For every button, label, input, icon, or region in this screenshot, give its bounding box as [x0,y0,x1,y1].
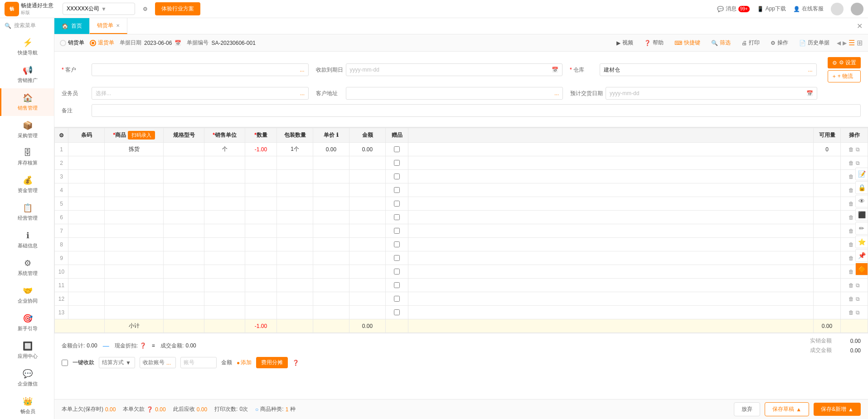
add-payment-button[interactable]: ● 添加 [237,359,252,366]
settlement-method-select[interactable]: 结算方式 ▼ [99,357,135,368]
gift-checkbox-10[interactable] [394,269,400,275]
scan-button[interactable]: 扫码录入 [128,131,155,140]
sidebar-search[interactable]: 🔍 搜索菜单 [0,18,54,33]
delivery-date-input[interactable]: yyyy-mm-dd 📅 [606,87,817,100]
message-button[interactable]: 💬 消息 99+ [717,5,750,13]
tab-sales-order[interactable]: 销货单 ✕ [90,18,127,34]
window-close-button[interactable]: ✕ [851,22,868,30]
delete-icon-3[interactable]: 🗑 [849,173,854,180]
history-btn[interactable]: 📄 历史单据 [795,37,833,48]
gift-checkbox-8[interactable] [394,241,400,247]
float-pin-btn[interactable]: 📌 [855,249,868,262]
settings-gear-icon[interactable]: ⚙ [139,3,151,15]
account-select[interactable]: 收款账号 ... [140,357,176,368]
copy-icon-13[interactable]: ⧉ [856,309,860,316]
delete-icon-2[interactable]: 🗑 [849,160,854,166]
sidebar-item-basics[interactable]: ℹ 基础信息 [0,226,54,254]
tab-home[interactable]: 🏠 首页 [54,18,90,34]
help-btn[interactable]: ❓ 帮助 [640,37,667,48]
shortcut-btn[interactable]: ⌨ 快捷键 [671,37,704,48]
gift-checkbox-5[interactable] [394,201,400,207]
delete-icon-11[interactable]: 🗑 [849,282,854,289]
gift-checkbox-3[interactable] [394,173,400,179]
sidebar-item-quick-nav[interactable]: ⚡ 快捷导航 [0,33,54,61]
float-action-btn[interactable]: 🔶 [855,263,868,275]
gift-checkbox-9[interactable] [394,255,400,261]
account-number-input[interactable]: 账号 [180,357,217,368]
sidebar-item-wechat[interactable]: 💬 企业微信 [0,364,54,392]
col-settings[interactable]: ⚙ [55,128,68,143]
discard-button[interactable]: 放弃 [734,402,760,416]
video-btn[interactable]: ▶ 视频 [613,37,637,48]
filter-btn[interactable]: 🔍 筛选 [708,37,734,48]
settings-button[interactable]: ⚙ ⚙ 设置 [828,57,861,68]
copy-icon-2[interactable]: ⧉ [856,160,860,166]
print-btn[interactable]: 🖨 打印 [738,37,763,48]
radio-invoice[interactable]: 销货单 [60,39,84,47]
warehouse-input[interactable]: 建材仓 ... [600,63,817,76]
expense-question-icon[interactable]: ❓ [292,360,299,366]
customer-addr-input[interactable]: ... [346,87,563,100]
delete-icon-12[interactable]: 🗑 [849,296,854,302]
customer-input[interactable]: ... [92,63,309,76]
operate-btn[interactable]: ⚙ 操作 [767,37,792,48]
copy-icon-1[interactable]: ⧉ [856,146,860,153]
copy-icon-11[interactable]: ⧉ [856,282,860,289]
sidebar-item-member[interactable]: 👑 畅会员 [0,392,54,419]
warehouse-dots[interactable]: ... [808,67,813,73]
delete-icon-10[interactable]: 🗑 [849,269,854,275]
salesperson-input[interactable]: 选择... ... [92,87,309,100]
salesperson-dots[interactable]: ... [300,90,305,96]
minus-icon[interactable]: — [103,342,109,349]
sidebar-item-operations[interactable]: 📋 经营管理 [0,198,54,226]
expense-split-button[interactable]: 费用分摊 [256,357,288,368]
sidebar-item-guide[interactable]: 🎯 新手引导 [0,309,54,337]
sidebar-item-finance[interactable]: 💰 资金管理 [0,171,54,198]
delete-icon-8[interactable]: 🗑 [849,241,854,248]
gift-checkbox-12[interactable] [394,296,400,302]
float-lock-btn[interactable]: 🔒 [855,181,868,194]
notes-input[interactable] [92,104,861,117]
customer-dots[interactable]: ... [300,67,305,73]
sidebar-item-app-center[interactable]: 🔲 应用中心 [0,337,54,364]
company-selector[interactable]: XXXXXX公司 ▼ [63,3,135,15]
sidebar-item-sales[interactable]: 🏠 销售管理 [0,88,54,116]
save-draft-button[interactable]: 保存草稿 ▲ [765,402,809,416]
gift-checkbox-4[interactable] [394,187,400,193]
user-avatar2[interactable] [851,3,863,15]
float-notes-btn[interactable]: 📝 [855,168,868,180]
app-download-button[interactable]: 📱 App下载 [757,5,786,13]
list-view-icon[interactable]: ☰ [849,39,855,47]
float-edit-btn[interactable]: ✏ [855,222,868,235]
float-star-btn[interactable]: ⭐ [855,236,868,248]
next-icon[interactable]: ▶ [843,40,847,46]
user-avatar[interactable] [831,3,844,15]
gift-checkbox-2[interactable] [394,160,400,166]
copy-icon-12[interactable]: ⧉ [856,296,860,302]
gift-checkbox-13[interactable] [394,309,400,315]
gift-checkbox-6[interactable] [394,214,400,220]
logistics-button[interactable]: + + 物流 [828,70,861,82]
prev-icon[interactable]: ◀ [837,40,841,46]
sidebar-item-purchase[interactable]: 📦 采购管理 [0,116,54,144]
radio-return[interactable]: 退货单 [90,39,114,47]
collection-date-input[interactable]: yyyy-mm-dd 📅 [346,63,563,76]
float-template-btn[interactable]: ⬛ [855,208,868,221]
delete-icon-9[interactable]: 🗑 [849,255,854,261]
trial-button[interactable]: 体验行业方案 [155,2,200,15]
sidebar-item-marketing[interactable]: 📢 营销推广 [0,61,54,88]
sidebar-item-system[interactable]: ⚙ 系统管理 [0,254,54,281]
float-view-btn[interactable]: 👁 [855,195,868,207]
one-click-collect-checkbox[interactable] [62,360,68,366]
gift-checkbox-7[interactable] [394,228,400,234]
sidebar-item-enterprise[interactable]: 🤝 企业协同 [0,281,54,309]
delete-icon-1[interactable]: 🗑 [849,146,854,153]
addr-dots[interactable]: ... [554,90,559,96]
gift-checkbox-1[interactable] [394,146,400,152]
delete-icon-13[interactable]: 🗑 [849,309,854,316]
delete-icon-5[interactable]: 🗑 [849,201,854,207]
delete-icon-4[interactable]: 🗑 [849,187,854,193]
product-kind-item[interactable]: ○ 商品种类: 1 种 [255,405,296,413]
delete-icon-6[interactable]: 🗑 [849,214,854,221]
sidebar-item-inventory[interactable]: 🗄 库存核算 [0,144,54,171]
